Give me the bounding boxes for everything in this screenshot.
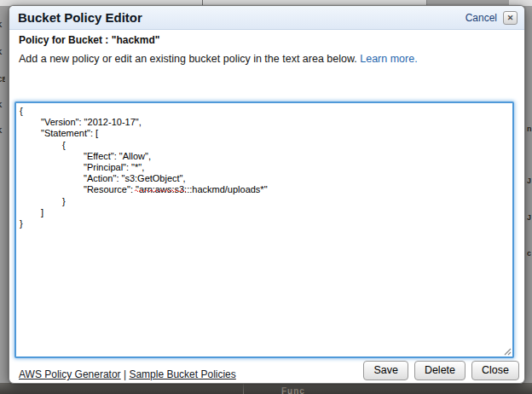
close-icon: ✕ [507,14,514,22]
dialog-button-row: Save Delete Close [363,361,519,380]
background-text-fragment: c [527,249,532,258]
background-page-bottom: Func [0,383,532,394]
learn-more-link[interactable]: Learn more. [360,53,417,65]
background-text-fragment: K [0,101,5,109]
background-text-fragment: J [527,177,532,185]
background-text-fragment: Func [281,386,305,394]
background-text-fragment: J [527,213,532,222]
background-text-fragment: K [0,48,5,56]
link-separator: | [121,368,130,380]
policy-for-bucket-label: Policy for Bucket : "hackmd" [19,34,159,46]
delete-button[interactable]: Delete [414,361,466,380]
close-dialog-button[interactable]: Close [471,361,519,380]
bucket-policy-editor-dialog: Bucket Policy Editor Cancel ✕ Policy for… [9,5,525,384]
save-button[interactable]: Save [363,361,408,380]
background-divider [243,383,244,394]
background-text-fragment: CE [0,75,5,84]
close-button[interactable]: ✕ [503,11,518,25]
background-text-fragment: n [527,125,532,133]
dialog-description: Add a new policy or edit an existing buc… [19,53,418,65]
policy-text-input[interactable]: { "Version": "2012-10-17", "Statement": … [16,103,512,356]
dialog-title: Bucket Policy Editor [18,10,466,25]
policy-editor-container: { "Version": "2012-10-17", "Statement": … [14,101,514,358]
cancel-link[interactable]: Cancel [466,12,497,24]
background-text-fragment: K [0,20,5,29]
sample-bucket-policies-link[interactable]: Sample Bucket Policies [129,368,235,380]
aws-policy-generator-link[interactable]: AWS Policy Generator [19,368,121,380]
footer-links: AWS Policy Generator | Sample Bucket Pol… [19,368,236,380]
description-text: Add a new policy or edit an existing buc… [19,53,360,65]
dialog-header: Bucket Policy Editor Cancel ✕ [9,6,524,30]
background-text-fragment: K [0,126,5,135]
